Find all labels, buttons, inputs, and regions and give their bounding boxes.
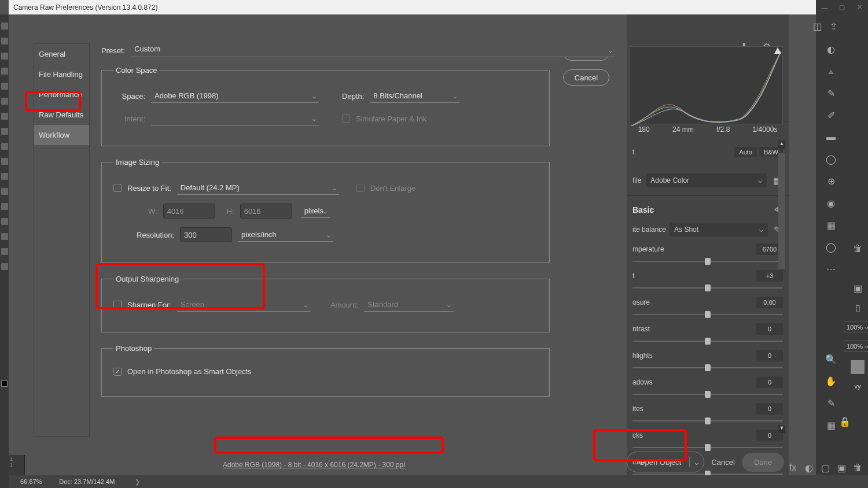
- width-input: [163, 204, 215, 219]
- delete-icon[interactable]: 🗑: [852, 462, 863, 474]
- fx-icon[interactable]: fx: [787, 462, 799, 474]
- edit-icon[interactable]: ◐: [825, 43, 837, 55]
- slider-label: osure: [632, 298, 650, 306]
- preset-dropdown[interactable]: Custom ⌵: [131, 43, 615, 57]
- navy-label: vy: [855, 383, 861, 390]
- dialog-title: Camera Raw Preferences (Version 13.4.0.8…: [13, 3, 157, 12]
- chevron-down-icon: ⌵: [333, 184, 336, 191]
- slider-value[interactable]: +3: [756, 270, 783, 282]
- hand-icon[interactable]: ✋: [825, 375, 837, 387]
- redeye-icon[interactable]: ◉: [825, 197, 837, 209]
- acr-right-panel: ⬇ ⚙ 180 24 mm f/2.8 1/4000s ▲ t Auto B&W: [627, 14, 789, 488]
- done-button[interactable]: Done: [742, 453, 784, 472]
- profile-dropdown[interactable]: Adobe Color⌵: [646, 173, 767, 187]
- slider-track[interactable]: [632, 261, 783, 262]
- chevron-down-icon: ⌵: [312, 115, 316, 121]
- trash-icon[interactable]: 🗑: [852, 243, 863, 254]
- resolution-input[interactable]: [180, 227, 232, 242]
- dont-enlarge-checkbox: [356, 184, 365, 192]
- color-space-legend: Color Space: [113, 66, 160, 75]
- zoom-icon[interactable]: 🔍: [825, 353, 837, 365]
- scroll-indicator-down[interactable]: ▼: [778, 425, 785, 433]
- crop-icon[interactable]: ⟁: [825, 65, 837, 77]
- snapshot-icon[interactable]: ▦: [825, 219, 837, 231]
- nav-workflow[interactable]: Workflow: [34, 125, 89, 145]
- slider-value[interactable]: 0: [756, 323, 783, 335]
- photoshop-group: Photoshop Open in Photoshop as Smart Obj…: [101, 344, 550, 397]
- lock-icon[interactable]: 🔒: [839, 416, 851, 427]
- slider-track[interactable]: [632, 287, 783, 289]
- opacity-percent[interactable]: 100%⌵: [844, 321, 868, 332]
- maximize-button[interactable]: ▢: [833, 0, 851, 14]
- chevron-down-icon: ⌵: [694, 458, 699, 467]
- slider-label: hlights: [632, 352, 653, 360]
- slider-label: t: [632, 272, 634, 280]
- nav-file-handling[interactable]: File Handling: [34, 64, 89, 84]
- slider-track[interactable]: [632, 394, 783, 395]
- layout-icon[interactable]: ◫: [813, 20, 822, 32]
- slider-track[interactable]: [632, 474, 783, 475]
- brush-icon[interactable]: ✐: [825, 109, 837, 121]
- target-icon[interactable]: ⊕: [825, 175, 837, 187]
- space-dropdown[interactable]: Adobe RGB (1998) ⌵: [151, 89, 319, 103]
- ruler-stub: 11: [9, 455, 25, 475]
- height-input: [240, 204, 292, 219]
- close-button[interactable]: ✕: [851, 0, 868, 14]
- slider-track[interactable]: [632, 314, 783, 315]
- zoom-status[interactable]: 66.67%: [20, 478, 42, 485]
- sizing-legend: Image Sizing: [113, 158, 161, 167]
- edit-label-partial: t: [632, 148, 634, 156]
- scroll-indicator-up[interactable]: ▲: [778, 141, 785, 149]
- slider-track[interactable]: [632, 367, 783, 368]
- histogram-curves: [631, 48, 781, 126]
- depth-dropdown[interactable]: 8 Bits/Channel ⌵: [370, 89, 459, 103]
- file-icon[interactable]: ▯: [852, 302, 863, 313]
- auto-button[interactable]: Auto: [734, 147, 757, 157]
- fill-percent[interactable]: 100%⌵: [844, 341, 868, 352]
- heal-icon[interactable]: ✎: [825, 87, 837, 99]
- aperture-value: f/2.8: [716, 125, 730, 134]
- acr-bottom-bar: Adobe RGB (1998) - 8 bit - 4016 x 6016 (…: [9, 450, 784, 474]
- acr-cancel-button[interactable]: Cancel: [711, 458, 734, 467]
- grid-icon[interactable]: ▦: [825, 419, 837, 431]
- new-icon[interactable]: ▣: [836, 462, 847, 474]
- foreground-swatch[interactable]: [1, 380, 8, 387]
- slider-value[interactable]: 0: [756, 376, 783, 388]
- resolution-unit-dropdown[interactable]: pixels/inch ⌵: [238, 228, 333, 242]
- smart-objects-checkbox[interactable]: [113, 368, 122, 376]
- layer-swatch[interactable]: [850, 360, 865, 375]
- radial-icon[interactable]: ◯: [825, 153, 837, 165]
- slider-track[interactable]: [632, 341, 783, 342]
- sharpen-checkbox[interactable]: [113, 301, 122, 309]
- slider-track[interactable]: [632, 447, 783, 448]
- chevron-down-icon: ⌵: [304, 301, 307, 308]
- nav-general[interactable]: General: [34, 44, 89, 64]
- nav-raw-defaults[interactable]: Raw Defaults: [34, 105, 89, 125]
- highlight-warning-icon[interactable]: [774, 47, 782, 55]
- status-arrow-icon[interactable]: ❯: [135, 478, 140, 486]
- folder-icon[interactable]: ▢: [819, 462, 831, 474]
- open-object-button[interactable]: Open Object ⌵: [627, 452, 704, 472]
- wb-dropdown[interactable]: As Shot⌵: [670, 223, 768, 236]
- share-icon[interactable]: ⇪: [830, 20, 837, 32]
- slider-track[interactable]: [632, 420, 783, 422]
- minimize-button[interactable]: —: [816, 0, 833, 14]
- bounds-icon[interactable]: ▣: [852, 282, 863, 294]
- gradient-icon[interactable]: ▬: [825, 131, 837, 143]
- slider-value[interactable]: 0: [756, 350, 783, 361]
- mask-icon[interactable]: ◐: [803, 462, 815, 474]
- workflow-summary-link[interactable]: Adobe RGB (1998) - 8 bit - 4016 x 6016 (…: [223, 461, 405, 469]
- smart-objects-label: Open in Photoshop as Smart Objects: [127, 367, 252, 376]
- preset-label: Preset:: [101, 46, 125, 55]
- sampler-icon[interactable]: ✎: [825, 397, 837, 409]
- more-icon[interactable]: ⋯: [825, 263, 837, 275]
- resize-dropdown[interactable]: Default (24.2 MP) ⌵: [177, 181, 339, 195]
- resize-checkbox[interactable]: [113, 184, 122, 192]
- nav-performance[interactable]: Performance: [34, 84, 89, 105]
- size-unit-dropdown[interactable]: pixels ⌵: [301, 204, 330, 218]
- slider-value[interactable]: 0: [756, 403, 783, 415]
- panel-scrollbar[interactable]: [778, 153, 785, 269]
- circle-icon[interactable]: ◯: [825, 241, 837, 253]
- depth-label: Depth:: [342, 92, 364, 101]
- slider-value[interactable]: 0.00: [756, 297, 783, 308]
